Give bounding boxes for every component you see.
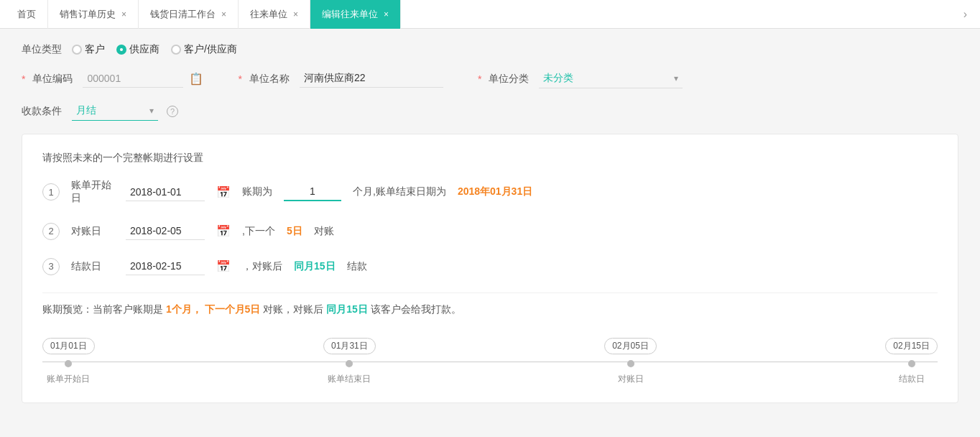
unit-code-icon[interactable]: 📋: [189, 72, 203, 86]
setting-row-1: 1 账单开始日 📅 账期为 个月,账单结束日期为 2018年01月31日: [42, 179, 938, 205]
radio-label-both: 客户/供应商: [184, 43, 237, 56]
payment-terms-value: 月结: [76, 104, 147, 117]
payment-date-calendar[interactable]: 📅: [216, 259, 231, 273]
unit-type-row: 单位类型 客户 供应商 客户/供应商: [22, 43, 958, 56]
unit-category-value: 未分类: [543, 72, 671, 85]
unit-name-input[interactable]: [300, 70, 443, 88]
tab-close-partner[interactable]: ×: [293, 9, 298, 19]
reconcile-desc-2: 对账: [314, 225, 334, 238]
unit-category-required: *: [478, 73, 481, 85]
timeline-dot-4: [908, 360, 915, 367]
reconcile-day-highlight: 5日: [287, 225, 302, 238]
tab-more-button[interactable]: ›: [956, 8, 974, 21]
unit-code-input[interactable]: [83, 70, 183, 88]
timeline-point-1: 01月01日 账单开始日: [42, 338, 95, 385]
unit-category-arrow: ▾: [674, 73, 678, 83]
tab-edit-partner[interactable]: 编辑往来单位 ×: [310, 0, 401, 29]
timeline: 01月01日 账单开始日 01月31日 账单结束日 02月05日 对账日 02月…: [42, 338, 938, 385]
timeline-line: [42, 362, 938, 362]
payment-desc-1: ，对账后: [242, 260, 282, 273]
card-title: 请按照未来的一个完整帐期进行设置: [42, 152, 938, 165]
timeline-badge-3: 02月05日: [604, 338, 657, 354]
row-label-1: 账单开始日: [71, 179, 114, 205]
payment-day-highlight: 同月15日: [294, 260, 336, 273]
unit-name-required: *: [238, 73, 241, 85]
tab-close-work-bench[interactable]: ×: [221, 9, 226, 19]
preview-text: 账期预览：当前客户账期是 1个月， 下一个月5日 对账，对账后 同月15日 该客…: [42, 303, 938, 316]
radio-customer[interactable]: 客户: [72, 43, 105, 56]
end-date-highlight: 2018年01月31日: [458, 185, 532, 198]
unit-category-dropdown[interactable]: 未分类 ▾: [539, 69, 683, 88]
timeline-label-4: 结款日: [899, 373, 925, 385]
unit-name-field: * 单位名称: [238, 70, 443, 88]
timeline-badge-2: 01月31日: [323, 338, 376, 354]
row-label-3: 结款日: [71, 260, 114, 273]
payment-desc-2: 结款: [347, 260, 367, 273]
start-date-calendar[interactable]: 📅: [216, 185, 231, 199]
tab-home[interactable]: 首页: [6, 0, 48, 29]
row-num-1: 1: [42, 183, 60, 201]
unit-category-label: 单位分类: [489, 73, 529, 86]
unit-code-label: 单位编码: [32, 73, 73, 86]
tabs-bar: 首页 销售订单历史 × 钱货日清工作台 × 往来单位 × 编辑往来单位 × ›: [0, 0, 980, 29]
radio-label-customer: 客户: [85, 43, 105, 56]
row-num-2: 2: [42, 223, 60, 240]
timeline-badge-1: 01月01日: [42, 338, 95, 354]
radio-circle-customer: [72, 45, 82, 55]
unit-code-field: * 单位编码 📋: [22, 70, 203, 88]
setting-row-3: 3 结款日 📅 ，对账后 同月15日 结款: [42, 257, 938, 275]
preview-mid2: 对账，对账后: [263, 303, 323, 315]
reconcile-date-calendar[interactable]: 📅: [216, 224, 231, 238]
payment-terms-dropdown[interactable]: 月结 ▾: [72, 101, 158, 121]
reconcile-date-input[interactable]: [126, 222, 205, 240]
radio-label-supplier: 供应商: [129, 43, 160, 56]
unit-code-required: *: [22, 73, 25, 85]
timeline-dot-2: [346, 360, 353, 367]
tab-close-sales-history[interactable]: ×: [121, 9, 126, 19]
preview-suffix: 该客户会给我打款。: [371, 303, 461, 315]
timeline-point-3: 02月05日 对账日: [604, 338, 657, 385]
reconcile-desc-1: ,下一个: [242, 225, 275, 238]
start-date-input[interactable]: [126, 183, 205, 201]
unit-info-row: * 单位编码 📋 * 单位名称 * 单位分类 未分类 ▾: [22, 69, 958, 88]
tab-close-edit-partner[interactable]: ×: [384, 9, 389, 19]
timeline-point-2: 01月31日 账单结束日: [323, 338, 376, 385]
payment-date-input[interactable]: [126, 257, 205, 275]
tab-sales-history[interactable]: 销售订单历史 ×: [48, 0, 139, 29]
payment-terms-row: 收款条件 月结 ▾ ?: [22, 101, 958, 121]
payment-terms-label: 收款条件: [22, 105, 62, 118]
timeline-dot-3: [627, 360, 634, 367]
preview-mid: 下一个月5日: [205, 303, 261, 315]
row-num-3: 3: [42, 258, 60, 275]
period-suffix: 个月,账单结束日期为: [353, 185, 446, 198]
preview-period: 1个月，: [166, 303, 202, 315]
unit-category-field: * 单位分类 未分类 ▾: [478, 69, 683, 88]
unit-type-label: 单位类型: [22, 43, 62, 56]
preview-end: 同月15日: [326, 303, 368, 315]
row-label-2: 对账日: [71, 225, 114, 238]
main-content: 单位类型 客户 供应商 客户/供应商 * 单位编码 📋 * 单位名称: [0, 29, 980, 418]
period-input[interactable]: [284, 183, 341, 201]
payment-terms-help[interactable]: ?: [167, 106, 178, 117]
payment-terms-arrow: ▾: [149, 106, 154, 116]
period-label: 账期为: [242, 185, 272, 198]
timeline-label-2: 账单结束日: [328, 373, 371, 385]
tab-work-bench[interactable]: 钱货日清工作台 ×: [139, 0, 239, 29]
radio-both[interactable]: 客户/供应商: [171, 43, 237, 56]
timeline-badge-4: 02月15日: [885, 338, 938, 354]
radio-supplier[interactable]: 供应商: [116, 43, 160, 56]
tab-partner[interactable]: 往来单位 ×: [239, 0, 310, 29]
setting-row-2: 2 对账日 📅 ,下一个 5日 对账: [42, 222, 938, 240]
unit-type-radio-group: 客户 供应商 客户/供应商: [72, 43, 237, 56]
timeline-point-4: 02月15日 结款日: [885, 338, 938, 385]
timeline-label-3: 对账日: [618, 373, 644, 385]
timeline-dot-1: [65, 360, 72, 367]
radio-circle-supplier: [116, 45, 126, 55]
settings-card: 请按照未来的一个完整帐期进行设置 1 账单开始日 📅 账期为 个月,账单结束日期…: [22, 134, 958, 403]
preview-section: 账期预览：当前客户账期是 1个月， 下一个月5日 对账，对账后 同月15日 该客…: [42, 293, 938, 385]
timeline-label-1: 账单开始日: [47, 373, 90, 385]
radio-circle-both: [171, 45, 181, 55]
preview-prefix: 账期预览：当前客户账期是: [42, 303, 163, 315]
unit-name-label: 单位名称: [249, 73, 290, 86]
